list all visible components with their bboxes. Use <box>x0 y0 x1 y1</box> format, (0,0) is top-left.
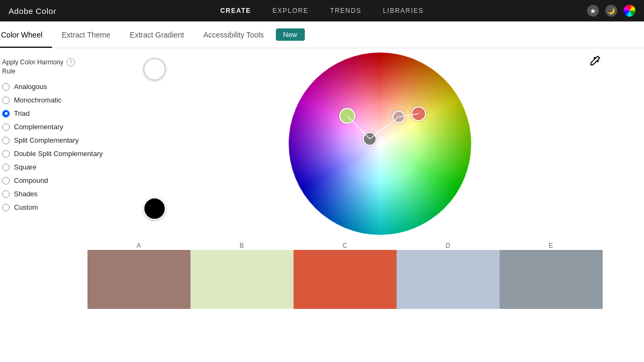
swatch-label-b: B <box>191 240 294 250</box>
rule-split-complementary[interactable]: Split Complementary <box>2 136 115 144</box>
star-icon[interactable]: ★ <box>587 5 599 17</box>
rule-complementary[interactable]: Complementary <box>2 123 115 131</box>
handle-center[interactable] <box>363 132 377 146</box>
sidebar: Apply Color Harmony ? Rule Analogous Mon… <box>0 48 115 362</box>
color-wheel-container[interactable] <box>289 53 471 235</box>
radio-square[interactable] <box>2 164 10 171</box>
radio-monochromatic[interactable] <box>2 97 10 104</box>
moon-icon[interactable]: 🌙 <box>605 5 617 17</box>
radio-complementary[interactable] <box>2 123 10 131</box>
top-navigation: Adobe Color CREATE EXPLORE TRENDS LIBRAR… <box>0 0 644 21</box>
tab-accessibility-tools[interactable]: Accessibility Tools <box>194 21 274 48</box>
color-wheel-bg <box>289 53 471 235</box>
nav-explore[interactable]: EXPLORE <box>273 7 309 14</box>
sub-navigation: Color Wheel Extract Theme Extract Gradie… <box>0 21 644 48</box>
label-custom: Custom <box>14 203 38 211</box>
swatch-label-c: C <box>294 240 397 250</box>
rule-custom[interactable]: Custom <box>2 203 115 211</box>
radio-double-split[interactable] <box>2 150 10 158</box>
harmony-rule-subheading: Rule <box>2 68 115 75</box>
color-wheel-app-icon[interactable] <box>624 5 635 17</box>
swatch-b[interactable] <box>191 250 294 309</box>
radio-shades[interactable] <box>2 190 10 198</box>
label-triad: Triad <box>14 109 30 117</box>
swatch-d[interactable] <box>397 250 500 309</box>
label-shades: Shades <box>14 190 38 198</box>
rule-shades[interactable]: Shades <box>2 190 115 198</box>
nav-libraries[interactable]: LIBRARIES <box>383 7 423 14</box>
swatch-e[interactable] <box>500 250 603 309</box>
label-monochromatic: Monochromatic <box>14 96 62 104</box>
rule-monochromatic[interactable]: Monochromatic <box>2 96 115 104</box>
swatch-labels-row: A B C D E <box>87 240 603 250</box>
swatch-label-e: E <box>500 240 603 250</box>
radio-custom[interactable] <box>2 204 10 211</box>
rule-compound[interactable]: Compound <box>2 176 115 184</box>
new-badge[interactable]: New <box>276 28 305 41</box>
nav-create[interactable]: CREATE <box>220 7 251 14</box>
radio-split-complementary[interactable] <box>2 137 10 144</box>
black-color-handle[interactable] <box>143 197 166 220</box>
swatch-label-d: D <box>397 240 500 250</box>
rule-double-split[interactable]: Double Split Complementary <box>2 150 115 158</box>
rule-analogous[interactable]: Analogous <box>2 83 115 91</box>
label-compound: Compound <box>14 176 48 184</box>
label-square: Square <box>14 163 36 171</box>
handle-pink[interactable] <box>392 110 405 123</box>
main-content: Apply Color Harmony ? Rule Analogous Mon… <box>0 48 644 362</box>
swatch-boxes-row <box>87 250 603 309</box>
radio-compound[interactable] <box>2 177 10 184</box>
label-double-split: Double Split Complementary <box>14 150 103 158</box>
wheel-content-area: A B C D E <box>115 48 644 362</box>
tab-extract-theme[interactable]: Extract Theme <box>52 21 120 48</box>
tab-color-wheel[interactable]: Color Wheel <box>0 21 52 48</box>
help-icon[interactable]: ? <box>67 58 75 67</box>
rule-square[interactable]: Square <box>2 163 115 171</box>
swatch-c[interactable] <box>294 250 397 309</box>
white-color-handle[interactable] <box>143 58 166 80</box>
label-analogous: Analogous <box>14 83 47 91</box>
rule-triad[interactable]: Triad <box>2 109 115 117</box>
radio-analogous[interactable] <box>2 83 10 91</box>
nav-trends[interactable]: TRENDS <box>330 7 361 14</box>
app-logo: Adobe Color <box>9 6 56 16</box>
handle-green[interactable] <box>339 108 355 124</box>
harmony-rule-heading: Apply Color Harmony ? <box>2 58 115 67</box>
eyedropper-button[interactable] <box>588 55 601 70</box>
top-nav-links: CREATE EXPLORE TRENDS LIBRARIES <box>220 7 423 14</box>
label-split-complementary: Split Complementary <box>14 136 79 144</box>
handle-orange[interactable] <box>411 106 426 121</box>
tab-extract-gradient[interactable]: Extract Gradient <box>120 21 194 48</box>
swatch-label-a: A <box>87 240 191 250</box>
swatch-a[interactable] <box>87 250 191 309</box>
top-nav-icons: ★ 🌙 <box>587 5 635 17</box>
radio-triad[interactable] <box>2 110 10 117</box>
label-complementary: Complementary <box>14 123 63 131</box>
